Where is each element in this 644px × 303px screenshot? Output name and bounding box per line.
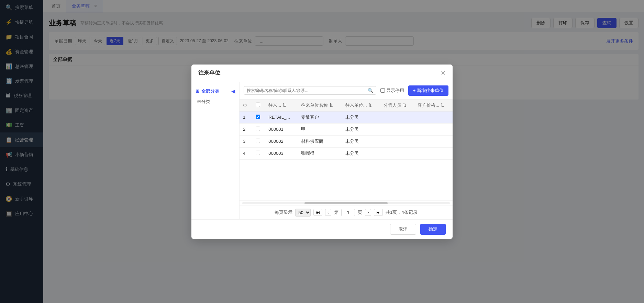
row-manager: [380, 147, 414, 159]
col-category[interactable]: 往来单位... ⇅: [342, 100, 380, 112]
show-disabled-checkbox[interactable]: [380, 88, 385, 93]
dialog-right-panel: 🔍 显示停用 + 新增往来单位: [240, 82, 453, 219]
row-num: 2: [240, 123, 252, 135]
table-row[interactable]: 4 000003 张嘶得 未分类: [240, 147, 453, 159]
row-select-checkbox[interactable]: [256, 151, 260, 155]
col-manager[interactable]: 分管人员 ⇅: [380, 100, 414, 112]
row-name: 张嘶得: [298, 147, 342, 159]
scrollbar-track: [242, 202, 450, 204]
search-input-wrap: 🔍: [244, 86, 376, 95]
scrollbar-thumb: [304, 202, 388, 204]
page-label: 第: [334, 209, 338, 215]
table-row[interactable]: 2 000001 甲 未分类: [240, 123, 453, 135]
last-page-btn[interactable]: ⏭: [374, 209, 383, 216]
first-page-btn[interactable]: ⏮: [313, 209, 322, 216]
table-row[interactable]: 3 000002 材料供应商 未分类: [240, 135, 453, 147]
col-name[interactable]: 往来单位名称 ⇅: [298, 100, 342, 112]
page-input[interactable]: [341, 209, 355, 216]
row-code: 000001: [265, 123, 298, 135]
per-page-label: 每页显示: [275, 209, 292, 215]
col-code[interactable]: 往来... ⇅: [265, 100, 298, 112]
row-select-checkbox[interactable]: [256, 127, 260, 131]
col-settings: ⚙: [240, 100, 252, 112]
category-item-unclassified[interactable]: 未分类: [191, 96, 239, 107]
row-manager: [380, 123, 414, 135]
row-category: 未分类: [342, 135, 380, 147]
row-code: 000003: [265, 147, 298, 159]
col-checkbox: [252, 100, 265, 112]
table-row[interactable]: 1 RETAIL_... 零散客户 未分类: [240, 111, 453, 123]
row-price: [414, 147, 453, 159]
row-num: 4: [240, 147, 252, 159]
dialog-title: 往来单位: [198, 69, 220, 77]
prev-page-btn[interactable]: ‹: [325, 209, 331, 216]
show-disabled-label[interactable]: 显示停用: [380, 88, 404, 94]
table-scrollbar[interactable]: [240, 200, 453, 206]
confirm-button[interactable]: 确定: [420, 224, 446, 235]
row-code: RETAIL_...: [265, 111, 298, 123]
row-checkbox[interactable]: [252, 147, 265, 159]
select-all-checkbox[interactable]: [256, 103, 260, 107]
row-code: 000002: [265, 135, 298, 147]
row-num: 1: [240, 111, 252, 123]
row-price: [414, 135, 453, 147]
row-manager: [380, 135, 414, 147]
search-icon: 🔍: [368, 88, 373, 93]
dialog-table: ⚙ 往来... ⇅ 往来单位名称 ⇅ 往来单位... ⇅ 分管人员 ⇅ 客户价格…: [240, 100, 453, 200]
cancel-button[interactable]: 取消: [390, 224, 416, 235]
page-content: 业务草稿 草稿转为正式单据时，不会执行满额促销优惠 删除 打印 保存 查询 设置…: [43, 12, 644, 303]
dialog-body: ⊞ 全部分类 ◀ 未分类 🔍: [191, 82, 453, 219]
grid-icon: ⊞: [196, 89, 199, 94]
dialog-pagination: 每页显示 50 ⏮ ‹ 第 页 › ⏭ 共1页，4条记录: [240, 206, 453, 219]
row-price: [414, 111, 453, 123]
row-name: 材料供应商: [298, 135, 342, 147]
row-checkbox[interactable]: [252, 135, 265, 147]
total-records: 共1页，4条记录: [386, 209, 417, 215]
dialog: 往来单位 ✕ ⊞ 全部分类 ◀ 未分类: [191, 65, 453, 239]
dialog-left-panel: ⊞ 全部分类 ◀ 未分类: [191, 82, 240, 219]
dialog-close-btn[interactable]: ✕: [441, 69, 446, 77]
add-unit-button[interactable]: + 新增往来单位: [408, 85, 448, 96]
row-select-checkbox[interactable]: [256, 115, 260, 119]
row-category: 未分类: [342, 111, 380, 123]
row-manager: [380, 111, 414, 123]
dialog-header: 往来单位 ✕: [191, 65, 453, 82]
row-select-checkbox[interactable]: [256, 139, 260, 143]
dialog-action-footer: 取消 确定: [191, 219, 453, 239]
row-category: 未分类: [342, 147, 380, 159]
modal-overlay[interactable]: 往来单位 ✕ ⊞ 全部分类 ◀ 未分类: [43, 12, 644, 303]
row-checkbox[interactable]: [252, 123, 265, 135]
row-price: [414, 123, 453, 135]
next-page-btn[interactable]: ›: [365, 209, 371, 216]
search-input[interactable]: [247, 88, 366, 93]
collapse-panel-btn[interactable]: ◀: [231, 89, 235, 94]
row-name: 甲: [298, 123, 342, 135]
row-category: 未分类: [342, 123, 380, 135]
row-checkbox[interactable]: [252, 111, 265, 123]
dialog-toolbar: 🔍 显示停用 + 新增往来单位: [240, 82, 453, 100]
page-suffix: 页: [358, 209, 362, 215]
category-header-label: 全部分类: [201, 88, 219, 94]
col-price[interactable]: 客户价格... ⇅: [414, 100, 453, 112]
row-num: 3: [240, 135, 252, 147]
unit-table: ⚙ 往来... ⇅ 往来单位名称 ⇅ 往来单位... ⇅ 分管人员 ⇅ 客户价格…: [240, 100, 453, 160]
category-header[interactable]: ⊞ 全部分类 ◀: [191, 86, 239, 96]
main-content: 首页 业务草稿 ✕ 业务草稿 草稿转为正式单据时，不会执行满额促销优惠 删除 打…: [43, 0, 644, 303]
row-name: 零散客户: [298, 111, 342, 123]
per-page-select[interactable]: 50: [295, 209, 311, 217]
